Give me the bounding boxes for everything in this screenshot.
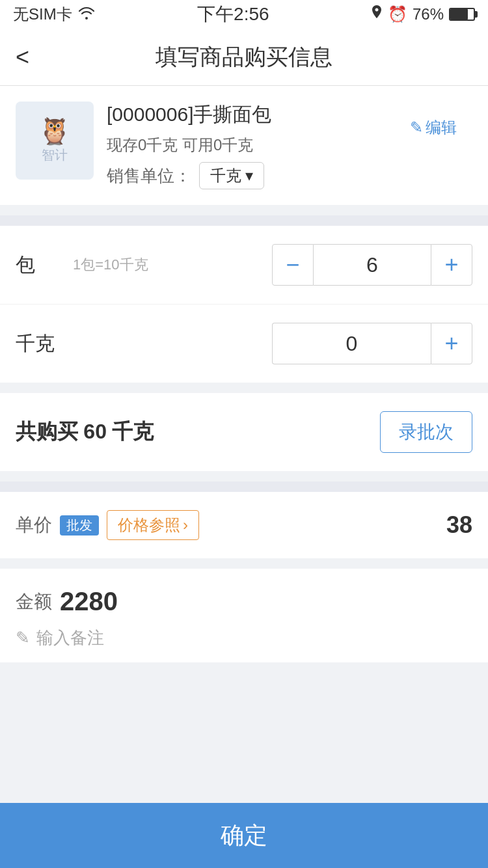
product-unit-row: 销售单位： 千克 ▾ [107, 162, 472, 189]
package-row: 包 1包=10千克 − + [0, 226, 488, 305]
kilogram-quantity-input[interactable] [272, 323, 431, 364]
kilogram-quantity-control: + [272, 323, 472, 364]
total-row: 共购买 60 千克 录批次 [0, 393, 488, 471]
product-logo-icon: 🦉 [38, 118, 71, 144]
wifi-icon [77, 5, 96, 23]
package-plus-button[interactable]: + [431, 244, 472, 286]
kilogram-label: 千克 [16, 331, 68, 357]
kilogram-row: 千克 + [0, 305, 488, 383]
total-amount: 60 [83, 420, 107, 443]
status-bar: 无SIM卡 下午2:56 ⏰ 76% [0, 0, 488, 29]
package-minus-button[interactable]: − [272, 244, 314, 286]
kilogram-plus-button[interactable]: + [431, 323, 472, 364]
unit-value: 千克 [210, 165, 241, 186]
pencil-icon: ✎ [16, 628, 30, 648]
total-prefix: 共购买 [16, 420, 78, 443]
dropdown-icon: ▾ [245, 167, 253, 185]
available-text: 可用0千克 [182, 136, 253, 154]
battery-percent: 76% [413, 5, 444, 23]
package-hint: 1包=10千克 [73, 255, 272, 275]
price-ref-button[interactable]: 价格参照 › [107, 510, 199, 540]
amount-value: 2280 [60, 587, 118, 616]
product-logo-label: 智计 [42, 146, 68, 164]
confirm-bar[interactable]: 确定 [0, 803, 488, 868]
battery-icon [449, 8, 475, 21]
unit-select[interactable]: 千克 ▾ [199, 162, 264, 189]
price-row: 单价 批发 价格参照 › 38 [16, 510, 472, 540]
remark-label: 输入备注 [36, 627, 104, 649]
amount-section: 金额 2280 ✎ 输入备注 [0, 569, 488, 662]
total-text: 共购买 60 千克 [16, 418, 154, 446]
product-image: 🦉 智计 [16, 102, 94, 180]
confirm-button-text: 确定 [221, 820, 267, 852]
price-section: 单价 批发 价格参照 › 38 [0, 492, 488, 558]
status-carrier: 无SIM卡 [13, 4, 96, 25]
back-button[interactable]: < [16, 44, 29, 71]
package-quantity-input[interactable] [314, 244, 431, 286]
price-tag: 批发 [60, 515, 99, 536]
page-title: 填写商品购买信息 [156, 42, 332, 72]
alarm-icon: ⏰ [388, 5, 407, 23]
quantity-section: 包 1包=10千克 − + 千克 + [0, 226, 488, 383]
edit-icon: ✎ [410, 118, 423, 137]
unit-label: 销售单位： [107, 165, 191, 187]
edit-label: 编辑 [426, 117, 457, 138]
price-label: 单价 [16, 513, 52, 537]
status-time: 下午2:56 [197, 2, 269, 27]
status-right: ⏰ 76% [371, 5, 475, 23]
package-quantity-control: − + [272, 244, 472, 286]
price-ref-arrow: › [183, 516, 188, 534]
section-divider-2 [0, 481, 488, 492]
product-info: [0000006]手撕面包 现存0千克 可用0千克 销售单位： 千克 ▾ ✎ 编… [107, 102, 472, 189]
package-label: 包 [16, 252, 68, 278]
remark-row[interactable]: ✎ 输入备注 [16, 627, 472, 649]
location-icon [371, 5, 383, 23]
product-card: 🦉 智计 [0000006]手撕面包 现存0千克 可用0千克 销售单位： 千克 … [0, 86, 488, 205]
stock-text: 现存0千克 [107, 136, 178, 154]
amount-row: 金额 2280 [16, 587, 472, 616]
price-label-group: 单价 批发 价格参照 › [16, 510, 199, 540]
amount-label: 金额 [16, 590, 52, 614]
carrier-text: 无SIM卡 [13, 4, 72, 25]
price-ref-label: 价格参照 [118, 515, 180, 536]
total-unit: 千克 [112, 420, 154, 443]
nav-bar: < 填写商品购买信息 [0, 29, 488, 86]
section-divider-1 [0, 215, 488, 226]
batch-button[interactable]: 录批次 [380, 411, 472, 453]
edit-button[interactable]: ✎ 编辑 [410, 117, 457, 138]
price-value: 38 [446, 511, 472, 539]
